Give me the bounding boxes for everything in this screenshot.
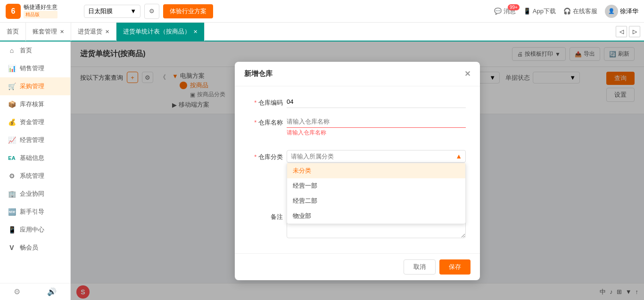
username: 徐泽华 xyxy=(620,7,638,16)
modal-overlay[interactable]: 新增仓库 ✕ 仓库编码 仓库名称 请输入仓库名称 xyxy=(71,42,644,300)
warehouse-name-row: 仓库名称 请输入仓库名称 xyxy=(249,116,466,137)
sidebar-item-member[interactable]: V 畅会员 xyxy=(0,239,70,257)
warehouse-code-label: 仓库编码 xyxy=(249,96,287,107)
sidebar-item-enterprise[interactable]: 🏢 企业协同 xyxy=(0,185,70,203)
avatar: 👤 xyxy=(605,5,618,18)
dialog-footer: 取消 保存 xyxy=(235,253,480,280)
inventory-icon: 📦 xyxy=(8,100,16,108)
category-input[interactable] xyxy=(287,150,466,163)
category-select-field: ▲ xyxy=(287,150,466,163)
header-right: 💬 消息 99+ 📱 App下载 🎧 在线客服 👤 徐泽华 xyxy=(494,5,638,18)
finance-icon: 💰 xyxy=(8,118,16,126)
sidebar-label-purchase: 采购管理 xyxy=(20,82,44,91)
tab-home[interactable]: 首页 xyxy=(0,22,26,41)
message-badge: 99+ xyxy=(508,4,520,10)
sidebar-item-guide[interactable]: 🆕 新手引导 xyxy=(0,203,70,221)
dialog-header: 新增仓库 ✕ xyxy=(235,62,480,86)
sales-icon: 📊 xyxy=(8,64,16,73)
sidebar-label-operation: 经营管理 xyxy=(20,136,44,144)
category-dropdown: 未分类 经营一部 经营二部 物业部 xyxy=(287,163,466,224)
tab-bar: 首页 账套管理 ✕ 进货退货 ✕ 进货单统计表（按商品） ✕ ◁ ▷ xyxy=(0,23,644,42)
warehouse-category-row: 仓库分类 ▲ 未分类 经营一部 经营二部 物业部 xyxy=(249,150,466,163)
logo-area: 6 畅捷通好生意 精品版 xyxy=(6,4,76,19)
sidebar-item-inventory[interactable]: 📦 库存核算 xyxy=(0,95,70,113)
tab-controls: ◁ ▷ xyxy=(616,26,644,37)
online-service-label: 在线客服 xyxy=(573,7,597,16)
trial-button[interactable]: 体验行业方案 xyxy=(163,4,213,18)
sidebar-item-operation[interactable]: 📈 经营管理 xyxy=(0,131,70,149)
dropdown-item-3[interactable]: 物业部 xyxy=(287,208,465,224)
warehouse-code-row: 仓库编码 xyxy=(249,96,466,108)
note-label: 备注 xyxy=(249,210,287,221)
appcenter-icon: 📱 xyxy=(8,225,16,234)
gear-icon: ⚙ xyxy=(149,8,155,15)
save-button[interactable]: 保存 xyxy=(439,259,471,275)
dialog-body: 仓库编码 仓库名称 请输入仓库名称 仓库分类 xyxy=(235,86,480,253)
dropdown-item-2[interactable]: 经营二部 xyxy=(287,193,465,208)
volume-icon[interactable]: 🔊 xyxy=(47,287,57,296)
tab-prev-button[interactable]: ◁ xyxy=(616,26,627,37)
sidebar-item-appcenter[interactable]: 📱 应用中心 xyxy=(0,221,70,239)
store-selector-arrow: ▼ xyxy=(130,8,136,15)
top-header: 6 畅捷通好生意 精品版 日太阳膜 ▼ ⚙ 体验行业方案 💬 消息 99+ 📱 … xyxy=(0,0,644,23)
sidebar-label-appcenter: 应用中心 xyxy=(20,225,44,234)
sidebar-item-purchase[interactable]: 🛒 采购管理 xyxy=(0,77,70,95)
search-area: 日太阳膜 ▼ ⚙ 体验行业方案 xyxy=(84,4,225,19)
warehouse-code-input[interactable] xyxy=(287,96,466,108)
app-download-item[interactable]: 📱 App下载 xyxy=(523,7,556,16)
tab-purchase-return-close[interactable]: ✕ xyxy=(105,29,109,35)
warehouse-name-label: 仓库名称 xyxy=(249,116,287,127)
message-icon: 💬 xyxy=(494,8,502,15)
sidebar-label-system: 系统管理 xyxy=(20,172,44,180)
warehouse-category-label: 仓库分类 xyxy=(249,150,287,161)
main-layout: ⌂ 首页 📊 销售管理 🛒 采购管理 📦 库存核算 💰 资金管理 📈 经营管理 … xyxy=(0,42,644,300)
system-icon: ⚙ xyxy=(8,172,16,180)
tab-purchase-return-label: 进货退货 xyxy=(78,27,102,36)
purchase-icon: 🛒 xyxy=(8,82,16,91)
member-icon: V xyxy=(8,243,16,252)
tab-purchase-return[interactable]: 进货退货 ✕ xyxy=(71,22,116,41)
cancel-button[interactable]: 取消 xyxy=(404,259,436,275)
sidebar-item-home[interactable]: ⌂ 首页 xyxy=(0,42,70,59)
tab-account-close[interactable]: ✕ xyxy=(60,29,64,35)
settings-button[interactable]: ⚙ xyxy=(144,4,159,19)
sidebar-item-finance[interactable]: 💰 资金管理 xyxy=(0,113,70,131)
dropdown-item-0[interactable]: 未分类 xyxy=(287,163,465,178)
warehouse-name-input[interactable] xyxy=(287,116,466,128)
phone-icon: 📱 xyxy=(523,8,531,15)
tab-home-label: 首页 xyxy=(7,27,19,36)
tab-purchase-stats-close[interactable]: ✕ xyxy=(193,29,198,35)
message-item[interactable]: 💬 消息 99+ xyxy=(494,7,516,16)
tab-purchase-stats-label: 进货单统计表（按商品） xyxy=(123,27,190,36)
sidebar-item-basic[interactable]: EA 基础信息 xyxy=(0,149,70,167)
content-area: 进货单统计(按商品) 🖨 按模板打印 ▼ 📤 导出 🔄 刷新 按以下方案查 xyxy=(71,42,644,300)
warehouse-name-error: 请输入仓库名称 xyxy=(287,129,466,137)
app-logo-icon: 6 xyxy=(6,4,21,19)
sidebar-label-enterprise: 企业协同 xyxy=(20,190,44,198)
dialog-close-button[interactable]: ✕ xyxy=(464,69,471,78)
guide-icon: 🆕 xyxy=(8,208,16,216)
dropdown-item-1[interactable]: 经营一部 xyxy=(287,178,465,193)
sidebar-label-member: 畅会员 xyxy=(20,243,38,252)
sidebar-label-sales: 销售管理 xyxy=(20,64,44,73)
tab-account[interactable]: 账套管理 ✕ xyxy=(26,22,71,41)
sidebar: ⌂ 首页 📊 销售管理 🛒 采购管理 📦 库存核算 💰 资金管理 📈 经营管理 … xyxy=(0,42,71,300)
online-service-item[interactable]: 🎧 在线客服 xyxy=(563,7,597,16)
store-selector[interactable]: 日太阳膜 ▼ xyxy=(84,5,140,18)
dialog-title: 新增仓库 xyxy=(244,69,272,78)
headset-icon: 🎧 xyxy=(563,8,571,15)
sidebar-item-system[interactable]: ⚙ 系统管理 xyxy=(0,167,70,185)
sidebar-label-finance: 资金管理 xyxy=(20,118,44,126)
settings-bottom-icon[interactable]: ⚙ xyxy=(14,287,20,296)
sidebar-label-basic: 基础信息 xyxy=(20,154,44,162)
sidebar-label-guide: 新手引导 xyxy=(20,208,44,216)
tab-next-button[interactable]: ▷ xyxy=(629,26,640,37)
operation-icon: 📈 xyxy=(8,136,16,144)
category-arrow-icon[interactable]: ▲ xyxy=(455,152,462,160)
sidebar-item-sales[interactable]: 📊 销售管理 xyxy=(0,59,70,77)
app-download-label: App下载 xyxy=(533,7,556,16)
store-name: 日太阳膜 xyxy=(88,7,113,16)
user-profile[interactable]: 👤 徐泽华 xyxy=(605,5,638,18)
tab-purchase-stats[interactable]: 进货单统计表（按商品） ✕ xyxy=(116,22,205,41)
sidebar-label-inventory: 库存核算 xyxy=(20,100,44,108)
